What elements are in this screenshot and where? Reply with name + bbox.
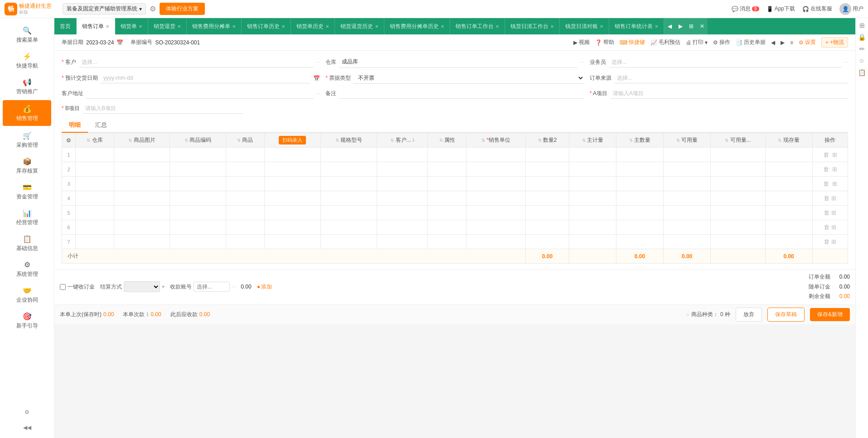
invoice-type-select[interactable]: 不开票	[354, 72, 584, 84]
sort-icon-cattr[interactable]: ⇅	[390, 138, 394, 143]
sort-icon-unit[interactable]: ⇅	[481, 138, 485, 143]
tab-expense-history[interactable]: 销售费用分摊单历史 ✕	[384, 18, 450, 34]
sidebar-item-finance[interactable]: 💳 资金管理	[0, 178, 54, 204]
scan-btn[interactable]: 扫码录入	[279, 136, 306, 144]
tab-close-expense[interactable]: ✕	[232, 24, 236, 29]
row-2-attr[interactable]	[428, 162, 466, 177]
sidebar-item-management[interactable]: 📊 经营管理	[0, 204, 54, 230]
row-2-unit[interactable]	[466, 162, 526, 177]
tab-cash-workbench[interactable]: 钱货日清工作台 ✕	[505, 18, 560, 34]
sort-icon-attr[interactable]: ⇅	[439, 138, 443, 143]
tab-close-order-workbench[interactable]: ✕	[495, 24, 499, 29]
tab-close-sales-invoice[interactable]: ✕	[139, 24, 142, 29]
online-service-btn[interactable]: 🎧 在线客服	[802, 5, 832, 13]
sort-icon-qty2[interactable]: ⇅	[538, 138, 542, 143]
info-icon[interactable]: ℹ	[412, 138, 414, 143]
sidebar-collapse-btn[interactable]: ⚙	[0, 405, 54, 419]
sort-icon-spec[interactable]: ⇅	[335, 138, 339, 143]
list-view-btn[interactable]: ≡	[790, 39, 793, 46]
sidebar-toggle-btn[interactable]: ◀◀	[0, 421, 54, 434]
tab-return[interactable]: 销货退货 ✕	[148, 18, 187, 34]
row-5-delete-btn[interactable]: 🗑	[823, 208, 830, 217]
sort-icon-img[interactable]: ⇅	[128, 138, 132, 143]
sidebar-item-collab[interactable]: 🤝 企业协同	[0, 282, 54, 308]
add-material-btn[interactable]: + +物流	[821, 37, 848, 48]
row-2-cattr[interactable]	[377, 162, 428, 177]
tab-summary[interactable]: 汇总	[88, 118, 114, 133]
row-4-delete-btn[interactable]: 🗑	[823, 194, 830, 202]
tab-cash-reconcile[interactable]: 钱货日清对账 ✕	[560, 18, 609, 34]
tab-close-order-history[interactable]: ✕	[281, 24, 285, 29]
customer-more-icon[interactable]: ···	[316, 60, 320, 65]
project-b-input[interactable]	[82, 103, 243, 114]
settings-right-btn[interactable]: ⚙ 设置	[799, 39, 816, 46]
row-2-delete-btn[interactable]: 🗑	[822, 165, 830, 173]
sort-icon-avail[interactable]: ⇅	[676, 138, 680, 143]
address-more-icon[interactable]: ···	[316, 91, 320, 96]
tab-close-all-btn[interactable]: ✕	[697, 18, 708, 34]
sort-icon-munit[interactable]: ⇅	[582, 138, 586, 143]
right-tool-grid[interactable]: ⊞	[857, 20, 868, 31]
sidebar-item-shortcut[interactable]: ⚡ 快捷导航	[0, 48, 54, 73]
message-btn[interactable]: 💬 消息 9	[732, 5, 759, 13]
settings-icon[interactable]: ⚙	[150, 5, 156, 13]
tab-more-btn[interactable]: ⊞	[686, 18, 697, 34]
one-click-checkbox[interactable]	[60, 284, 66, 290]
row-6-copy-btn[interactable]: ⊞	[830, 223, 837, 231]
user-menu[interactable]: 👤 用户	[839, 3, 863, 15]
tab-close-expense-history[interactable]: ✕	[441, 24, 444, 29]
sort-icon-avail2[interactable]: ⇅	[725, 138, 728, 143]
right-tool-lock[interactable]: 🔒	[857, 32, 868, 43]
add-payment-btn[interactable]: ● 添加	[257, 283, 272, 291]
row-3-code[interactable]	[170, 177, 226, 191]
row-2-code[interactable]	[170, 162, 226, 177]
discard-btn[interactable]: 放弃	[736, 308, 762, 322]
industry-btn[interactable]: 体验行业方案	[160, 3, 205, 15]
calendar-icon[interactable]: 📅	[116, 39, 123, 46]
tab-sales-order[interactable]: 销售订单 ✕	[77, 18, 115, 34]
row-3-attr[interactable]	[428, 177, 466, 191]
tab-close-sales-order[interactable]: ✕	[106, 24, 109, 29]
tab-order-history[interactable]: 销售订单历史 ✕	[242, 18, 291, 34]
table-settings-icon[interactable]: ⚙	[66, 137, 71, 144]
tab-sales-invoice[interactable]: 销货单 ✕	[115, 18, 148, 34]
sidebar-item-search[interactable]: 🔍 搜索菜单	[0, 22, 54, 48]
row-2-spec[interactable]	[321, 162, 377, 177]
save-draft-btn[interactable]: 保存草稿	[767, 308, 805, 322]
sort-icon-code[interactable]: ⇅	[184, 138, 188, 143]
row-2-copy-btn[interactable]: ⊞	[831, 165, 838, 173]
right-tool-edit[interactable]: ✏	[857, 43, 868, 54]
prev-page-btn[interactable]: ◀	[771, 39, 775, 46]
row-3-product[interactable]	[226, 177, 264, 191]
sidebar-item-base[interactable]: 📋 基础信息	[0, 230, 54, 256]
payment-method-select[interactable]	[124, 281, 160, 292]
row-2-product[interactable]	[226, 162, 264, 177]
row-4-copy-btn[interactable]: ⊞	[830, 194, 837, 202]
sidebar-item-inventory[interactable]: 📦 库存核算	[0, 153, 54, 178]
order-source-input[interactable]	[614, 73, 848, 83]
salesperson-input[interactable]	[609, 57, 842, 67]
sidebar-item-system[interactable]: ⚙ 系统管理	[0, 256, 54, 282]
row-2-mqty[interactable]	[616, 162, 663, 177]
row-1-delete-btn[interactable]: 🗑	[822, 150, 830, 159]
delivery-date-input[interactable]	[101, 73, 310, 83]
row-1-product[interactable]	[226, 148, 264, 162]
row-3-cattr[interactable]	[377, 177, 428, 191]
row-5-copy-btn[interactable]: ⊞	[830, 208, 837, 217]
row-6-delete-btn[interactable]: 🗑	[823, 223, 830, 231]
print-btn[interactable]: 🖨 打印 ▾	[686, 39, 708, 46]
customer-address-input[interactable]	[86, 88, 314, 99]
system-selector[interactable]: 装备及固定资产辅助管理系统 ▾	[63, 3, 146, 14]
account-more-icon[interactable]: ···	[232, 284, 235, 289]
row-3-qty2[interactable]	[526, 177, 569, 191]
tab-close-invoice-history[interactable]: ✕	[325, 24, 329, 29]
row-7-delete-btn[interactable]: 🗑	[823, 237, 830, 246]
tab-stats[interactable]: 销售订单统计表 ✕	[609, 18, 664, 34]
profit-btn[interactable]: 📈 毛利预估	[650, 39, 680, 46]
row-3-copy-btn[interactable]: ⊞	[831, 179, 838, 188]
sidebar-item-marketing[interactable]: 📢 营销推广	[0, 73, 54, 99]
row-1-mqty[interactable]	[616, 148, 663, 162]
sort-icon-mqty[interactable]: ⇅	[629, 138, 633, 143]
row-1-qty2[interactable]	[526, 148, 569, 162]
row-1-spec[interactable]	[321, 148, 377, 162]
